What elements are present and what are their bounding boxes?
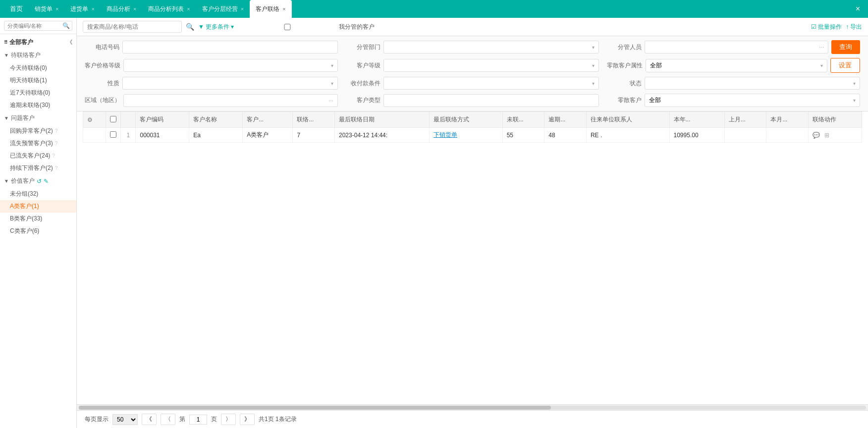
batch-op-btn[interactable]: ☑ 批量操作 bbox=[811, 23, 842, 31]
value-refresh-icon[interactable]: ↺ bbox=[37, 178, 42, 185]
filter-status-select[interactable]: ▾ bbox=[645, 77, 860, 90]
per-page-select[interactable]: 50 100 200 bbox=[112, 414, 138, 425]
td-last-method[interactable]: 下销货单 bbox=[429, 128, 502, 143]
filter-phone-input[interactable] bbox=[122, 41, 338, 54]
dots-manager: ··· bbox=[819, 44, 824, 51]
page-input[interactable] bbox=[189, 415, 207, 425]
nav-sales-close[interactable]: × bbox=[55, 6, 58, 12]
export-btn[interactable]: ↑ 导出 bbox=[846, 23, 862, 31]
section-pending[interactable]: ▼ 待联络客户 bbox=[0, 49, 76, 62]
search-input[interactable] bbox=[83, 21, 182, 33]
filter-nature-select[interactable]: ▾ bbox=[122, 77, 338, 90]
nav-analysis[interactable]: 商品分析 × bbox=[101, 0, 142, 18]
row-checkbox[interactable] bbox=[110, 131, 116, 138]
nav-home[interactable]: 首页 bbox=[4, 0, 29, 18]
chevron-nature: ▾ bbox=[331, 81, 333, 86]
filter-bar: 🔍 ▼ 更多条件 ▾ 我分管的客户 ☑ 批量操作 ↑ bbox=[77, 18, 868, 36]
nav-purchase-close[interactable]: × bbox=[91, 6, 94, 12]
nav-customer-tier[interactable]: 客户分层经营 × bbox=[196, 0, 250, 18]
filter-retail-select[interactable]: 全部 ▾ bbox=[645, 94, 860, 107]
more-filters-btn[interactable]: ▼ 更多条件 ▾ bbox=[198, 23, 234, 31]
sidebar-search-icon[interactable]: 🔍 bbox=[62, 22, 70, 29]
filter-status-label: 状态 bbox=[607, 79, 642, 88]
sidebar-unclassified[interactable]: 未分组(32) bbox=[0, 188, 76, 200]
prev-page-btn[interactable]: 〈 bbox=[161, 414, 175, 425]
th-contact-person[interactable]: 往来单位联系人 bbox=[586, 112, 669, 128]
query-btn[interactable]: 查询 bbox=[831, 40, 860, 54]
action-chat-icon[interactable]: 💬 bbox=[813, 132, 820, 139]
section-problem[interactable]: ▼ 问题客户 bbox=[0, 111, 76, 125]
action-qr-icon[interactable]: ⊞ bbox=[824, 132, 829, 139]
td-code: 000031 bbox=[136, 128, 189, 143]
filter-region-label: 区域（地区） bbox=[85, 96, 120, 105]
h-scrollbar[interactable] bbox=[77, 404, 868, 410]
nav-analysis-close[interactable]: × bbox=[133, 6, 136, 12]
filter-manager-input[interactable]: ··· bbox=[645, 41, 828, 54]
sidebar-today-pending[interactable]: 今天待联络(0) bbox=[0, 62, 76, 74]
h-scroll-thumb bbox=[79, 406, 551, 410]
search-btn[interactable]: 🔍 bbox=[186, 23, 194, 31]
sidebar-class-c[interactable]: C类客户(6) bbox=[0, 225, 76, 237]
nav-customer-contact[interactable]: 客户联络 × bbox=[250, 0, 291, 18]
filter-region-input[interactable]: ··· bbox=[123, 94, 338, 107]
td-no-contact: 55 bbox=[502, 128, 544, 143]
td-name: Ea bbox=[189, 128, 243, 143]
th-last-method[interactable]: 最后联络方式 bbox=[429, 112, 502, 128]
th-code[interactable]: 客户编码 bbox=[136, 112, 189, 128]
nav-customer-tier-close[interactable]: × bbox=[241, 6, 244, 12]
nav-analysis-list-close[interactable]: × bbox=[187, 6, 190, 12]
filter-customer-level-select[interactable]: ▾ bbox=[383, 59, 599, 72]
value-edit-icon[interactable]: ✎ bbox=[44, 178, 49, 185]
chevron-price: ▾ bbox=[331, 63, 333, 68]
filter-dept-select[interactable]: ▾ bbox=[383, 41, 599, 54]
nav-analysis-list[interactable]: 商品分析列表 × bbox=[142, 0, 196, 18]
sidebar-declining[interactable]: 持续下滑客户(2) ? bbox=[0, 162, 76, 174]
th-type[interactable]: 客户... bbox=[243, 112, 293, 128]
filter-retail-attr-label: 零散客户属性 bbox=[607, 61, 643, 70]
first-page-btn[interactable]: 《 bbox=[142, 414, 157, 425]
th-overdue[interactable]: 逾期... bbox=[544, 112, 587, 128]
td-checkbox[interactable] bbox=[106, 128, 121, 143]
th-contact[interactable]: 联络... bbox=[293, 112, 335, 128]
my-customers-check[interactable] bbox=[238, 24, 337, 30]
td-contact: 7 bbox=[293, 128, 335, 143]
nav-sales[interactable]: 销货单 × bbox=[29, 0, 64, 18]
main-layout: 🔍 ⠿ 全部客户 《 ▼ 待联络客户 今天待联络(0) 明天待联络(1) 近7天… bbox=[0, 18, 868, 428]
sidebar-7day-pending[interactable]: 近7天待联络(0) bbox=[0, 87, 76, 99]
sidebar-collapse-btn[interactable]: 《 bbox=[67, 39, 72, 46]
filter-payment-select[interactable]: ▾ bbox=[383, 77, 599, 90]
close-all-tabs[interactable]: × bbox=[852, 4, 864, 13]
td-gear bbox=[83, 128, 106, 143]
sidebar-churn-warning[interactable]: 流失预警客户(3) ? bbox=[0, 137, 76, 150]
th-this-year[interactable]: 本年... bbox=[669, 112, 724, 128]
filter-price-level-select[interactable]: ▾ bbox=[123, 59, 338, 72]
sidebar-tomorrow-pending[interactable]: 明天待联络(1) bbox=[0, 74, 76, 87]
th-gear[interactable]: ⚙ bbox=[83, 112, 106, 128]
filter-retail: 零散客户 全部 ▾ bbox=[607, 94, 860, 107]
sidebar-overdue-pending[interactable]: 逾期未联络(30) bbox=[0, 99, 76, 111]
filter-customer-type-input[interactable] bbox=[383, 94, 599, 107]
last-page-btn[interactable]: 》 bbox=[240, 414, 255, 425]
th-last-date[interactable]: 最后联络日期 bbox=[335, 112, 430, 128]
last-method-link[interactable]: 下销货单 bbox=[434, 131, 457, 138]
nav-customer-contact-close[interactable]: × bbox=[282, 6, 285, 12]
sidebar-class-a[interactable]: A类客户(1) bbox=[0, 200, 76, 213]
select-all-checkbox[interactable] bbox=[110, 116, 116, 122]
sidebar-abnormal-purchase[interactable]: 回购异常客户(2) ? bbox=[0, 125, 76, 137]
th-name[interactable]: 客户名称 bbox=[189, 112, 243, 128]
th-last-month[interactable]: 上月... bbox=[724, 112, 766, 128]
set-btn[interactable]: 设置 bbox=[830, 58, 860, 73]
th-no-contact[interactable]: 未联... bbox=[502, 112, 544, 128]
nav-purchase[interactable]: 进货单 × bbox=[64, 0, 100, 18]
sidebar-class-b[interactable]: B类客户(33) bbox=[0, 213, 76, 225]
chevron-dept: ▾ bbox=[592, 45, 595, 50]
section-problem-label: 问题客户 bbox=[11, 114, 35, 122]
section-value[interactable]: ▼ 价值客户 ↺ ✎ bbox=[0, 174, 76, 188]
filter-retail-attr-select[interactable]: 全部 ▾ bbox=[646, 59, 827, 72]
td-action: 💬 ⊞ bbox=[809, 128, 862, 143]
next-page-btn[interactable]: 〉 bbox=[221, 414, 236, 425]
my-customers-checkbox[interactable]: 我分管的客户 bbox=[238, 23, 375, 31]
sidebar-churned[interactable]: 已流失客户(24) ? bbox=[0, 150, 76, 162]
help-icon-2: ? bbox=[55, 141, 58, 146]
th-this-month[interactable]: 本月... bbox=[766, 112, 809, 128]
